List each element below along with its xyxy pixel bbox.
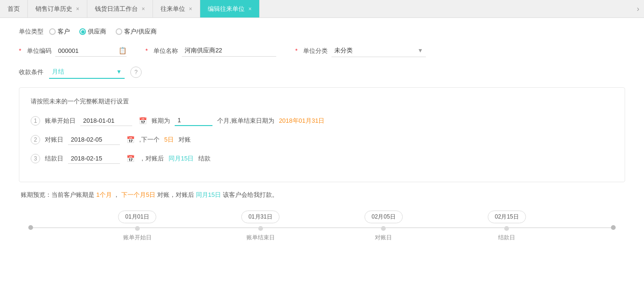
payment-label: 收款条件 xyxy=(19,68,43,76)
unit-code-label: 单位编码 xyxy=(27,47,51,55)
timeline-badge-3: 02月05日 xyxy=(364,211,403,223)
tab-home[interactable]: 首页 xyxy=(0,0,28,17)
page-content: 单位类型 客户 供应商 客户/供应商 * 单位编码 📋 xyxy=(0,18,644,287)
radio-customer[interactable]: 客户 xyxy=(49,27,70,36)
preview-part1: 1个月 xyxy=(96,191,112,198)
tab-cash-work[interactable]: 钱货日清工作台 × xyxy=(87,0,153,17)
timeline-container: 01月01日 账单开始日 01月31日 账单结束日 02月05日 对账日 xyxy=(19,211,625,242)
timeline-badge-4: 02月15日 xyxy=(488,211,526,223)
row1-period-suf: 个月,账单结束日期为 xyxy=(217,117,274,125)
tab-close-edit[interactable]: × xyxy=(248,6,252,12)
preview-sep2: 对账，对账后 xyxy=(157,191,194,198)
preview-sep1: ， xyxy=(113,191,119,198)
radio-circle-customer xyxy=(49,28,56,35)
settlement-row-3: 3 结款日 📅 ，对账后 同月15日 结款 xyxy=(31,153,613,164)
preview-bar: 账期预览：当前客户账期是 1个月 ， 下一个月5日 对账，对账后 同月15日 该… xyxy=(19,191,625,199)
settlement-row-1: 1 账单开始日 📅 账期为 个月,账单结束日期为 2018年01月31日 xyxy=(31,115,613,126)
preview-suffix: 该客户会给我打款。 xyxy=(223,191,278,198)
unit-class-label: 单位分类 xyxy=(303,47,328,55)
preview-part2: 下一个月5日 xyxy=(121,191,155,198)
unit-class-arrow: ▼ xyxy=(417,47,423,54)
calendar-icon-2[interactable]: 📅 xyxy=(127,136,135,144)
payment-arrow: ▼ xyxy=(116,68,122,75)
payment-select[interactable]: 月结 ▼ xyxy=(49,66,125,79)
question-icon[interactable]: ? xyxy=(130,67,142,78)
unit-type-row: 单位类型 客户 供应商 客户/供应商 xyxy=(19,27,625,36)
period-input[interactable] xyxy=(175,115,212,126)
unit-class-select[interactable]: 未分类 ▼ xyxy=(331,44,426,57)
row3-highlight: 同月15日 xyxy=(169,154,194,163)
row-num-1: 1 xyxy=(31,116,40,126)
tab-close-cash[interactable]: × xyxy=(142,6,145,12)
tab-close-sales[interactable]: × xyxy=(76,6,79,12)
unit-class-star: * xyxy=(295,47,297,54)
preview-part3: 同月15日 xyxy=(196,191,221,198)
unit-code-input[interactable] xyxy=(55,45,117,56)
row2-highlight: 5日 xyxy=(164,135,174,144)
settlement-row-2: 2 对账日 📅 ,下一个 5日 对账 xyxy=(31,135,613,145)
unit-info-row: * 单位编码 📋 * 单位名称 * 单位分类 未分类 ▼ xyxy=(19,44,625,57)
row2-label: 对账日 xyxy=(45,135,63,144)
unit-type-radio-group: 客户 供应商 客户/供应商 xyxy=(49,27,157,36)
start-date-input[interactable] xyxy=(80,116,132,126)
unit-name-input[interactable] xyxy=(182,45,276,57)
timeline-label-1: 账单开始日 xyxy=(123,234,152,242)
timeline-label-3: 对账日 xyxy=(375,234,392,242)
timeline-start-cap xyxy=(28,211,33,230)
tab-partner[interactable]: 往来单位 × xyxy=(153,0,200,17)
row2-suf: 对账 xyxy=(178,135,191,144)
row1-end-date: 2018年01月31日 xyxy=(279,117,325,125)
radio-both[interactable]: 客户/供应商 xyxy=(116,27,157,36)
row-num-2: 2 xyxy=(31,135,40,144)
row-num-3: 3 xyxy=(31,154,40,163)
timeline-node-1: 01月01日 账单开始日 xyxy=(118,211,156,242)
timeline-node-3: 02月05日 对账日 xyxy=(364,211,403,242)
preview-prefix: 账期预览：当前客户账期是 xyxy=(21,191,94,198)
row1-label: 账单开始日 xyxy=(45,117,76,125)
timeline-end-cap xyxy=(611,211,616,230)
unit-code-star: * xyxy=(19,47,21,54)
unit-class-group: * 单位分类 未分类 ▼ xyxy=(295,44,426,57)
tab-bar: 首页 销售订单历史 × 钱货日清工作台 × 往来单位 × 编辑往来单位 × › xyxy=(0,0,644,18)
radio-supplier[interactable]: 供应商 xyxy=(79,27,106,36)
tab-sales-history[interactable]: 销售订单历史 × xyxy=(28,0,87,17)
row3-label: 结款日 xyxy=(45,154,63,163)
timeline-label-2: 账单结束日 xyxy=(246,234,275,242)
row1-period-pre: 账期为 xyxy=(152,117,170,125)
timeline-label-4: 结款日 xyxy=(498,234,515,242)
unit-name-label: 单位名称 xyxy=(153,47,178,55)
calendar-icon-code[interactable]: 📋 xyxy=(119,47,127,54)
timeline-node-2: 01月31日 账单结束日 xyxy=(241,211,280,242)
unit-name-star: * xyxy=(145,47,148,54)
settlement-box: 请按照未来的一个完整帐期进行设置 1 账单开始日 📅 账期为 个月,账单结束日期… xyxy=(19,87,625,182)
settlement-title: 请按照未来的一个完整帐期进行设置 xyxy=(31,97,613,106)
tab-scroll-arrow[interactable]: › xyxy=(632,0,644,17)
unit-name-group: * 单位名称 xyxy=(145,45,276,57)
payment-row: 收款条件 月结 ▼ ? xyxy=(19,66,625,79)
timeline-node-4: 02月15日 结款日 xyxy=(488,211,526,242)
timeline-badge-2: 01月31日 xyxy=(241,211,280,223)
timeline-badge-1: 01月01日 xyxy=(118,211,156,223)
calendar-icon-3[interactable]: 📅 xyxy=(127,155,135,162)
payment-date-input[interactable] xyxy=(68,153,120,164)
unit-code-field: 📋 xyxy=(55,45,127,57)
radio-circle-supplier xyxy=(79,28,86,35)
tab-close-partner[interactable]: × xyxy=(189,6,192,12)
unit-code-group: * 单位编码 📋 xyxy=(19,45,127,57)
tab-edit-partner[interactable]: 编辑往来单位 × xyxy=(200,0,260,17)
row3-suf: 结款 xyxy=(198,154,211,163)
unit-type-label: 单位类型 xyxy=(19,27,43,36)
row3-pre: ，对账后 xyxy=(139,154,164,163)
radio-circle-both xyxy=(116,28,122,35)
reconcile-date-input[interactable] xyxy=(68,135,120,145)
calendar-icon-1[interactable]: 📅 xyxy=(139,117,147,125)
row2-pre: ,下一个 xyxy=(139,135,160,144)
